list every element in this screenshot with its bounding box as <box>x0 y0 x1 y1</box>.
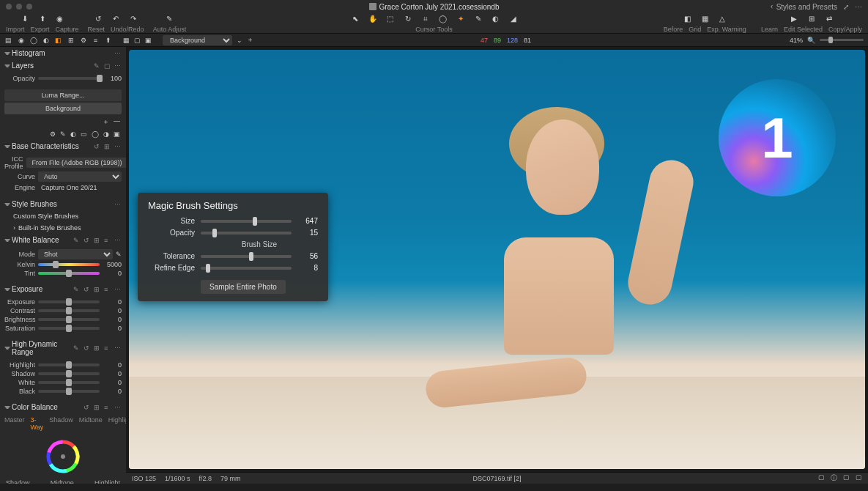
color-tab-icon[interactable]: ◐ <box>42 36 50 44</box>
sample-entire-photo-button[interactable]: Sample Entire Photo <box>201 280 286 294</box>
brush-refine-edge-slider[interactable] <box>201 267 292 270</box>
spot-tool-icon[interactable]: ◯ <box>438 14 448 24</box>
layers-panel-header[interactable]: Layers ✎▢⋯ <box>0 59 126 72</box>
reset-icon[interactable]: ↺ <box>93 13 103 23</box>
color-balance-tab-highlight[interactable]: Highlight <box>108 416 126 431</box>
exposure-tab-icon[interactable]: ◧ <box>54 36 62 44</box>
status-box-2-icon[interactable]: ▢ <box>843 473 850 483</box>
output-tab-icon[interactable]: ⬆ <box>104 36 112 44</box>
layer-menu-icon[interactable]: ⌄ <box>235 36 243 44</box>
histogram-panel-header[interactable]: Histogram ⋯ <box>0 47 126 59</box>
keystone-tool-icon[interactable]: ⌗ <box>420 14 431 24</box>
layer-select[interactable]: Background <box>163 35 232 45</box>
builtin-style-brushes-item[interactable]: ›Built-in Style Brushes <box>0 222 126 234</box>
status-box-3-icon[interactable]: ▢ <box>856 473 862 483</box>
tint-slider[interactable] <box>38 272 100 275</box>
radial-small-icon[interactable]: ◯ <box>92 130 99 138</box>
grid-icon[interactable]: ▦ <box>700 13 710 23</box>
learn-icon[interactable]: ▶ <box>789 13 799 23</box>
eraser-tool-icon[interactable]: ◐ <box>491 14 501 24</box>
exp-warning-icon[interactable]: △ <box>717 13 727 23</box>
magic-brush-tool-icon[interactable]: ✦ <box>456 14 466 24</box>
brush-size-slider[interactable] <box>201 220 292 223</box>
import-icon[interactable]: ⬇ <box>20 13 30 23</box>
shadow-slider[interactable] <box>38 372 100 375</box>
color-balance-tab-master[interactable]: Master <box>4 416 25 431</box>
main-colorwheel[interactable] <box>37 438 89 475</box>
hdr-header[interactable]: High Dynamic Range ✎↺⊞≡⋯ <box>0 338 126 358</box>
exposure-header[interactable]: Exposure ✎↺⊞≡⋯ <box>0 283 126 295</box>
icc-profile-select[interactable]: From File (Adobe RGB (1998)) <box>26 158 126 168</box>
hand-tool-icon[interactable]: ✋ <box>368 14 378 24</box>
window-controls[interactable] <box>0 4 32 10</box>
white-slider[interactable] <box>38 381 100 384</box>
white-balance-header[interactable]: White Balance ✎↺⊞≡⋯ <box>0 234 126 246</box>
view-multi-icon[interactable]: ▣ <box>144 36 152 44</box>
auto-adjust-icon[interactable]: ✎ <box>164 13 174 23</box>
before-after-icon[interactable]: ◧ <box>682 13 692 23</box>
eraser-small-icon[interactable]: ◐ <box>70 130 76 138</box>
kelvin-slider[interactable] <box>38 263 100 266</box>
black-slider[interactable] <box>38 390 100 393</box>
expand-icon[interactable]: ⤢ <box>843 3 849 11</box>
color-balance-header[interactable]: Color Balance ↺⊞≡⋯ <box>0 401 126 413</box>
crop-tool-icon[interactable]: ⬚ <box>385 14 396 24</box>
background-layer-item[interactable]: Background <box>4 103 122 114</box>
details-tab-icon[interactable]: ⊞ <box>67 36 75 44</box>
gradient-small-icon[interactable]: ▭ <box>81 130 87 138</box>
style-brushes-header[interactable]: Style Brushes ⋯ <box>0 198 126 210</box>
rotate-tool-icon[interactable]: ↻ <box>403 14 413 24</box>
eyedropper-icon[interactable]: ✎ <box>116 251 122 258</box>
brush-opacity-slider[interactable] <box>201 232 292 235</box>
export-icon[interactable]: ⬆ <box>37 13 48 23</box>
view-grid-icon[interactable]: ▦ <box>122 36 130 44</box>
view-single-icon[interactable]: ▢ <box>133 36 141 44</box>
lens-tab-icon[interactable]: ◯ <box>29 36 37 44</box>
delete-layer-icon[interactable]: — <box>114 117 120 127</box>
wb-mode-select[interactable]: Shot <box>38 249 113 259</box>
pointer-tool-icon[interactable]: ⬉ <box>350 14 360 24</box>
settings-icon[interactable]: ⚙ <box>50 130 56 138</box>
opacity-slider[interactable] <box>38 77 100 80</box>
zoom-search-icon[interactable]: 🔍 <box>807 37 815 44</box>
adjustments-tab-icon[interactable]: ⚙ <box>79 36 87 44</box>
capture-icon[interactable]: ◉ <box>55 13 65 23</box>
gradient-tool-icon[interactable]: ◢ <box>508 14 519 24</box>
panel-menu-icon[interactable]: ⋯ <box>114 50 122 57</box>
edit-selected-icon[interactable]: ⊞ <box>806 13 817 23</box>
zoom-dot[interactable] <box>26 4 32 10</box>
image-canvas[interactable]: 1 Magic Brush Settings Size647Opacity15B… <box>129 50 865 469</box>
exposure-slider[interactable] <box>38 300 100 303</box>
highlight-slider[interactable] <box>38 363 100 366</box>
brush-icon[interactable]: ✎ <box>94 62 101 70</box>
brush-tolerance-slider[interactable] <box>201 255 292 258</box>
zoom-slider[interactable] <box>820 39 864 41</box>
invert-icon[interactable]: ◑ <box>103 130 109 138</box>
brush-small-icon[interactable]: ✎ <box>60 130 66 138</box>
styles-presets-menu[interactable]: › Styles and Presets <box>771 3 837 11</box>
panel-menu-icon[interactable]: ⋯ <box>114 62 122 70</box>
curve-select[interactable]: Auto <box>38 171 122 182</box>
add-layer-icon[interactable]: ＋ <box>246 36 254 44</box>
status-info-icon[interactable]: ⓘ <box>831 473 837 483</box>
fill-icon[interactable]: ▣ <box>114 130 120 138</box>
custom-style-brushes-item[interactable]: Custom Style Brushes <box>0 210 126 222</box>
brush-tool-icon[interactable]: ✎ <box>473 14 483 24</box>
status-box-1-icon[interactable]: ▢ <box>818 473 825 483</box>
brightness-slider[interactable] <box>38 318 100 321</box>
close-dot[interactable] <box>6 4 12 10</box>
capture-tab-icon[interactable]: ◉ <box>17 36 25 44</box>
minimize-dot[interactable] <box>16 4 22 10</box>
add-layer-plus-icon[interactable]: ＋ <box>103 117 109 127</box>
base-characteristics-header[interactable]: Base Characteristics ↺⊞⋯ <box>0 140 126 152</box>
metadata-tab-icon[interactable]: ≡ <box>92 36 100 44</box>
color-balance-tab-shadow[interactable]: Shadow <box>49 416 73 431</box>
mask-icon[interactable]: ▢ <box>104 62 111 70</box>
luma-range-button[interactable]: Luma Range... <box>4 89 122 101</box>
color-balance-tab-3-way[interactable]: 3-Way <box>31 416 44 431</box>
redo-icon[interactable]: ↷ <box>128 13 138 23</box>
more-icon[interactable]: ⋯ <box>855 3 862 11</box>
contrast-slider[interactable] <box>38 309 100 312</box>
copy-apply-icon[interactable]: ⇄ <box>824 13 834 23</box>
saturation-slider[interactable] <box>38 327 100 330</box>
